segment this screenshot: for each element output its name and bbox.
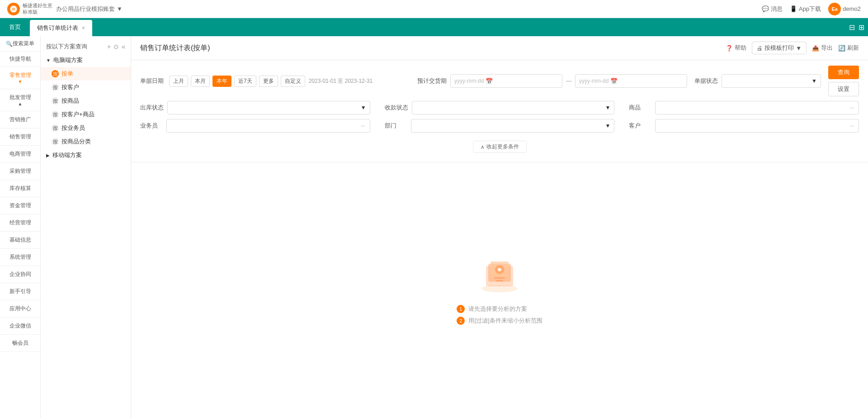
tree-item-icon: 按 bbox=[52, 70, 59, 77]
tree-item-anshangpin[interactable]: 按 按商品 bbox=[41, 94, 131, 108]
message-btn[interactable]: 💬 消息 bbox=[762, 5, 783, 13]
sidebar-item-ecommerce[interactable]: 电商管理 bbox=[0, 146, 40, 163]
edit-scheme-btn[interactable]: ⊙ bbox=[113, 43, 119, 50]
sidebar-item-newbie[interactable]: 新手引导 bbox=[0, 283, 40, 300]
out-status-dropdown: ▼ bbox=[361, 104, 366, 111]
collection-status-dropdown: ▼ bbox=[605, 104, 610, 111]
date-buttons: 上月 本月 本年 近7天 更多 自定义 bbox=[169, 76, 305, 87]
tree-item-anshangpinfenlei[interactable]: 按 按商品分类 bbox=[41, 135, 131, 148]
add-scheme-btn[interactable]: + bbox=[107, 43, 111, 50]
sidebar-item-purchase[interactable]: 采购管理 bbox=[0, 163, 40, 180]
expected-date-start[interactable]: yyyy-mm-dd 📅 bbox=[450, 74, 562, 88]
sidebar-item-wechat[interactable]: 企业微信 bbox=[0, 318, 40, 335]
sidebar-item-corp[interactable]: 企业协同 bbox=[0, 266, 40, 283]
date-btn-custom[interactable]: 自定义 bbox=[281, 76, 305, 87]
sidebar-item-label: 资金管理 bbox=[2, 202, 38, 209]
panel-title: 按以下方案查询 + ⊙ « bbox=[41, 40, 131, 53]
export-btn[interactable]: 📤 导出 bbox=[812, 44, 833, 52]
sidebar-item-label: 应用中心 bbox=[2, 305, 38, 313]
collection-status-label: 收款状态 bbox=[385, 104, 408, 112]
department-select[interactable]: ▼ bbox=[411, 119, 615, 133]
page-header-actions: ❓ 帮助 🖨 按模板打印 ▼ 📤 导出 🔄 刷新 bbox=[726, 42, 859, 54]
filter-area: 单据日期 上月 本月 本年 近7天 更多 自定义 2023-01-01 至 20… bbox=[131, 60, 868, 162]
calendar-icon-end: 📅 bbox=[610, 78, 618, 85]
empty-tip-2: 2 用[过滤]条件来缩小分析范围 bbox=[457, 317, 542, 325]
customer-more-btn[interactable]: ··· bbox=[849, 123, 854, 129]
tree-item-icon: 按 bbox=[52, 97, 59, 104]
tree-parent-mobile[interactable]: ▶ 移动端方案 bbox=[41, 148, 131, 162]
date-label: 单据日期 bbox=[140, 77, 165, 85]
sidebar-item-basic[interactable]: 基础信息 bbox=[0, 232, 40, 249]
content-area: 按以下方案查询 + ⊙ « ▼ 电脑端方案 按 按单 按 按客户 按 bbox=[41, 36, 868, 418]
maximize-btn[interactable]: ⊞ bbox=[859, 23, 864, 32]
salesperson-more-btn[interactable]: ··· bbox=[361, 123, 365, 129]
dept-dropdown-icon: ▼ bbox=[605, 123, 610, 129]
salesperson-section: 业务员 ··· bbox=[140, 119, 370, 133]
template-print-btn[interactable]: 🖨 按模板打印 ▼ bbox=[752, 42, 807, 54]
settings-btn[interactable]: 设置 bbox=[828, 82, 859, 96]
customer-label: 客户 bbox=[629, 122, 651, 130]
status-dropdown-icon: ▼ bbox=[811, 78, 817, 84]
tree-item-anjian[interactable]: 按 按单 bbox=[41, 67, 131, 81]
filter-row-2: 出库状态 ▼ 收款状态 ▼ 商品 bbox=[140, 101, 859, 114]
app-download-btn[interactable]: 📱 App下载 bbox=[790, 5, 821, 13]
date-btn-last-month[interactable]: 上月 bbox=[169, 76, 188, 87]
goods-more-btn[interactable]: ··· bbox=[849, 104, 854, 111]
sidebar-item-wholesale[interactable]: 批发管理 ▲ bbox=[0, 89, 40, 111]
tree-item-icon: 按 bbox=[52, 111, 59, 118]
sidebar-item-finance[interactable]: 资金管理 bbox=[0, 197, 40, 214]
date-btn-7days[interactable]: 近7天 bbox=[234, 76, 256, 87]
collapse-panel-btn[interactable]: « bbox=[122, 43, 125, 50]
app-selector[interactable]: 办公用品行业模拟账套 ▼ bbox=[56, 5, 123, 13]
tip-text-2: 用[过滤]条件来缩小分析范围 bbox=[468, 317, 542, 325]
calendar-icon-start: 📅 bbox=[486, 78, 493, 85]
date-btn-this-year[interactable]: 本年 bbox=[212, 76, 231, 87]
sidebar-item-label: 零售管理 bbox=[2, 71, 38, 79]
salesperson-input[interactable]: ··· bbox=[166, 119, 370, 133]
date-placeholder-end: yyyy-mm-dd bbox=[579, 78, 609, 84]
help-btn[interactable]: ❓ 帮助 bbox=[726, 44, 746, 52]
sidebar-item-system[interactable]: 系统管理 bbox=[0, 249, 40, 266]
export-icon: 📤 bbox=[812, 45, 819, 52]
out-status-select[interactable]: ▼ bbox=[167, 101, 370, 114]
collapse-btn[interactable]: ∧ 收起更多条件 bbox=[473, 141, 527, 153]
tree-item-icon: 按 bbox=[52, 138, 59, 145]
tab-active[interactable]: 销售订单统计表 × bbox=[30, 20, 92, 36]
goods-input[interactable]: ··· bbox=[655, 101, 859, 114]
tree-item-ankehu-shangpin[interactable]: 按 按客户+商品 bbox=[41, 108, 131, 121]
minimize-btn[interactable]: ⊟ bbox=[849, 23, 855, 32]
message-icon: 💬 bbox=[762, 5, 769, 12]
empty-illustration bbox=[472, 252, 527, 298]
collapse-icon: ∧ bbox=[481, 144, 485, 150]
tree-parent-pc[interactable]: ▼ 电脑端方案 bbox=[41, 53, 131, 67]
refresh-icon: 🔄 bbox=[838, 45, 845, 52]
sidebar-item-sales[interactable]: 销售管理 bbox=[0, 128, 40, 146]
date-btn-more[interactable]: 更多 bbox=[259, 76, 278, 87]
sidebar-item-label: 系统管理 bbox=[2, 253, 38, 261]
tree-item-ankehu[interactable]: 按 按客户 bbox=[41, 81, 131, 94]
refresh-btn[interactable]: 🔄 刷新 bbox=[838, 44, 859, 52]
sidebar-quick-nav[interactable]: 快捷导航 bbox=[0, 52, 40, 67]
collection-status-select[interactable]: ▼ bbox=[412, 101, 615, 114]
out-status-label: 出库状态 bbox=[140, 104, 164, 112]
header-left: 畅捷通好生意 标准版 办公用品行业模拟账套 ▼ bbox=[7, 3, 123, 15]
sidebar-item-appstore[interactable]: 应用中心 bbox=[0, 300, 40, 318]
query-btn[interactable]: 查询 bbox=[828, 66, 859, 79]
date-range-divider: — bbox=[566, 78, 571, 84]
sidebar-item-inventory[interactable]: 库存核算 bbox=[0, 180, 40, 197]
tab-close-btn[interactable]: × bbox=[82, 25, 85, 31]
sidebar-item-vip[interactable]: 畅会员 bbox=[0, 335, 40, 352]
sidebar-search[interactable]: 🔍 搜索菜单 bbox=[0, 36, 40, 52]
date-btn-this-month[interactable]: 本月 bbox=[191, 76, 210, 87]
sidebar-item-operations[interactable]: 经营管理 bbox=[0, 214, 40, 232]
sidebar-item-retail[interactable]: 零售管理 ▼ bbox=[0, 67, 40, 89]
expected-date-end[interactable]: yyyy-mm-dd 📅 bbox=[575, 74, 687, 88]
tab-home[interactable]: 首页 bbox=[0, 18, 30, 36]
customer-input[interactable]: ··· bbox=[655, 119, 859, 133]
user-menu[interactable]: Ea demo2 bbox=[828, 3, 861, 15]
tree-item-anyewuyuan[interactable]: 按 按业务员 bbox=[41, 121, 131, 135]
panel-title-text: 按以下方案查询 bbox=[46, 43, 87, 51]
sidebar-item-marketing[interactable]: 营销推广 bbox=[0, 111, 40, 128]
status-select[interactable]: ▼ bbox=[722, 74, 821, 88]
sidebar-item-label: 企业微信 bbox=[2, 322, 38, 330]
